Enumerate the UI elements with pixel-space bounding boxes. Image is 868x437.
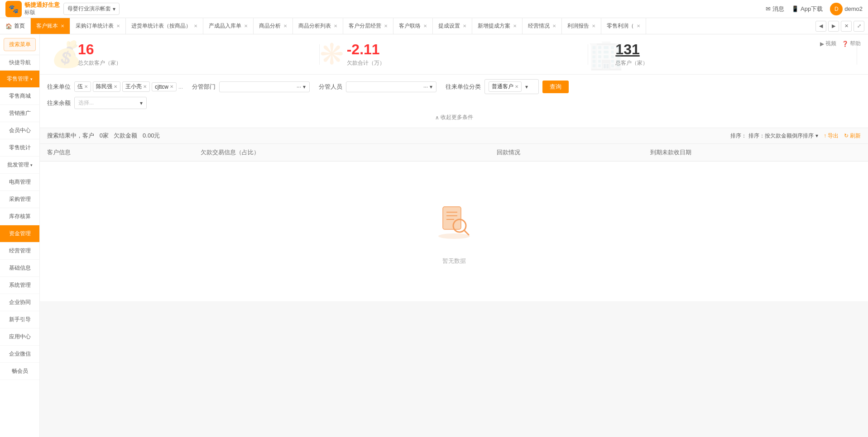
sidebar-item-operations[interactable]: 经营管理 [0,242,39,260]
sidebar-item-sys-mgmt[interactable]: 系统管理 [0,277,39,294]
close-icon[interactable]: ✕ [637,24,640,28]
sidebar-item-inventory[interactable]: 库存核算 [0,208,39,225]
remove-tag-chen[interactable]: ✕ [114,84,117,89]
sidebar-item-enterprise-wechat-label: 企业微信 [9,351,31,357]
sidebar-item-retail-mgmt[interactable]: 零售管理 ▾ [0,71,39,88]
account-selector[interactable]: 母婴行业演示帐套 ▾ [63,3,120,15]
sidebar-item-retail-stats[interactable]: 零售统计 [0,139,39,157]
tab-retail-profit-label: 零售利润（ [607,22,634,30]
sidebar-quick-nav[interactable]: 快捷导航 [0,55,39,71]
tab-goods-analysis-list[interactable]: 商品分析列表 ✕ [293,18,343,34]
sidebar-item-enterprise-coop-label: 企业协同 [9,299,31,305]
sidebar-item-ecommerce-label: 电商管理 [9,179,31,185]
message-label: 消息 [772,5,784,13]
tab-new-promo[interactable]: 新增提成方案 ✕ [472,18,523,34]
tab-goods-analysis-list-label: 商品分析列表 [298,22,331,30]
close-icon[interactable]: ✕ [334,24,337,28]
tab-customer-contact[interactable]: 客户联络 ✕ [393,18,433,34]
close-icon[interactable]: ✕ [552,24,556,28]
close-icon[interactable]: ✕ [194,24,197,28]
person-select[interactable]: ··· ▾ [346,81,436,92]
tab-biz-status[interactable]: 经营情况 ✕ [523,18,562,34]
tab-next-button[interactable]: ▶ [828,21,839,32]
tag-chen-label: 陈民强 [96,83,112,90]
close-icon[interactable]: ✕ [61,24,64,28]
message-icon: ✉ [766,5,771,12]
sidebar-item-member-plus[interactable]: 畅会员 [0,363,39,380]
sidebar-item-finance[interactable]: 资金管理 [0,225,39,242]
sidebar-item-purchase-mgmt[interactable]: 采购管理 [0,191,39,208]
sidebar-item-wholesale-mgmt[interactable]: 批发管理 ▾ [0,157,39,174]
sidebar-item-new-guide-label: 新手引导 [9,316,31,323]
tab-home[interactable]: 🏠 首页 [0,18,31,34]
sidebar-item-enterprise-wechat[interactable]: 企业微信 [0,346,39,363]
tab-customer-tier[interactable]: 客户分层经营 ✕ [343,18,393,34]
unit-type-tag[interactable]: 普通客户 ✕ [489,81,522,92]
col-overdue-date: 到期未款收日期 [643,144,868,162]
remove-tag-wang[interactable]: ✕ [143,84,147,89]
sidebar-item-retail-mall[interactable]: 零售商城 [0,88,39,105]
sidebar-item-finance-label: 资金管理 [9,230,31,237]
tab-inbound-stats-label: 进货单统计表（按商品） [131,22,191,30]
video-button[interactable]: ▶ 视频 [820,40,836,48]
collapse-filters-button[interactable]: ∧ 收起更多条件 [47,112,861,123]
user-area[interactable]: D demo2 [830,3,863,15]
sidebar-item-app-center[interactable]: 应用中心 [0,328,39,346]
tab-purchase-order-stats[interactable]: 采购订单统计表 ✕ [70,18,126,34]
header-actions: ▶ 视频 ❓ 帮助 [820,40,861,48]
tab-profit-report[interactable]: 利润报告 ✕ [562,18,601,34]
tab-customer-contact-label: 客户联络 [399,22,421,30]
sidebar-item-basic-info-label: 基础信息 [9,265,31,271]
balance-select[interactable]: 选择... ▾ [74,97,147,109]
filter-tags: 伍 ✕ 陈民强 ✕ 王小亮 ✕ cjttcw ✕ ... [74,81,183,92]
tab-customer-ledger[interactable]: 客户账本 ✕ [31,18,70,34]
tab-close-all-button[interactable]: ✕ [841,21,852,32]
tab-fullscreen-button[interactable]: ⤢ [854,21,864,32]
remove-tag-cjttcw[interactable]: ✕ [170,84,173,89]
tab-retail-profit[interactable]: 零售利润（ ✕ [601,18,646,34]
sidebar-item-ecommerce[interactable]: 电商管理 [0,174,39,191]
close-icon[interactable]: ✕ [384,24,388,28]
filter-tag-chen[interactable]: 陈民强 ✕ [93,81,120,92]
tab-inbound-stats[interactable]: 进货单统计表（按商品） ✕ [126,18,203,34]
message-button[interactable]: ✉ 消息 [766,5,784,13]
unit-type-select[interactable]: 普通客户 ✕ ▾ [484,79,539,94]
topbar-right: ✉ 消息 📱 App下载 D demo2 [766,3,863,15]
app-download-button[interactable]: 📱 App下载 [791,5,823,13]
filter-tag-wang[interactable]: 王小亮 ✕ [122,81,150,92]
export-button[interactable]: ↑ 导出 [824,132,839,140]
data-table: 客户信息 欠款交易信息（占比） 回款情况 到期未款收日期 [40,144,868,162]
help-button[interactable]: ❓ 帮助 [842,40,861,48]
sidebar-item-member-center-label: 会员中心 [9,127,31,133]
person-filter-label: 分管人员 [319,83,342,91]
filter-more-btn[interactable]: ... [178,84,183,90]
dept-select[interactable]: ··· ▾ [219,81,310,92]
tab-goods-analysis[interactable]: 商品分析 ✕ [254,18,293,34]
chevron-down-icon: ▾ [430,84,432,90]
sidebar-item-member-center[interactable]: 会员中心 [0,122,39,139]
close-icon[interactable]: ✕ [423,24,427,28]
sidebar-item-basic-info[interactable]: 基础信息 [0,260,39,277]
table-container: 客户信息 欠款交易信息（占比） 回款情况 到期未款收日期 [40,144,868,301]
remove-tag-wu[interactable]: ✕ [84,84,88,89]
remove-unit-type-tag[interactable]: ✕ [515,84,518,89]
refresh-button[interactable]: ↻ 刷新 [844,132,861,140]
sidebar-item-enterprise-coop[interactable]: 企业协同 [0,294,39,311]
filter-tag-wu[interactable]: 伍 ✕ [74,81,91,92]
close-icon[interactable]: ✕ [592,24,595,28]
close-icon[interactable]: ✕ [116,24,120,28]
sidebar-search-button[interactable]: 搜索菜单 [4,38,36,51]
tab-prev-button[interactable]: ◀ [815,21,826,32]
close-icon[interactable]: ✕ [244,24,248,28]
query-button[interactable]: 查询 [542,81,569,93]
close-icon[interactable]: ✕ [283,24,287,28]
sidebar-item-new-guide[interactable]: 新手引导 [0,311,39,328]
close-icon[interactable]: ✕ [463,24,466,28]
sidebar-item-marketing[interactable]: 营销推广 [0,105,39,122]
close-icon[interactable]: ✕ [513,24,517,28]
debt-amount-prefix: 欠款金额 [114,132,137,139]
sort-selector[interactable]: 排序： 排序：按欠款金额倒序排序 ▾ [730,132,818,140]
tab-product-inbound[interactable]: 产成品入库单 ✕ [203,18,254,34]
filter-tag-cjttcw[interactable]: cjttcw ✕ [152,82,177,91]
tab-promotion-settings[interactable]: 提成设置 ✕ [433,18,472,34]
